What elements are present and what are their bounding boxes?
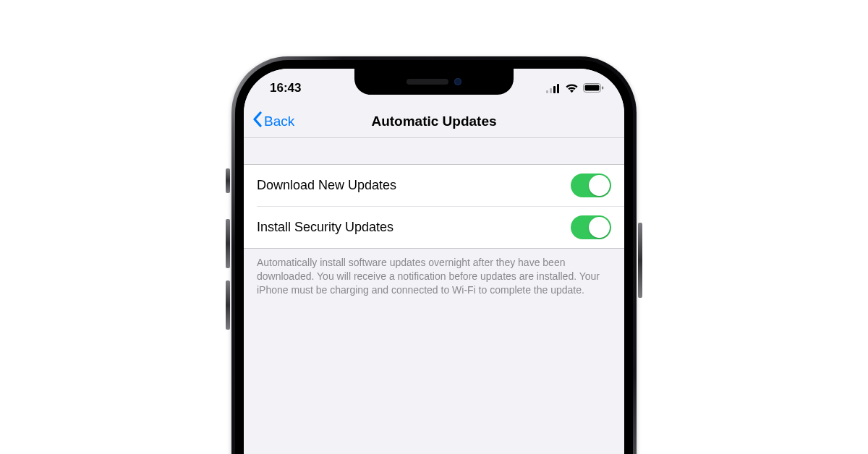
battery-icon [583,83,604,93]
row-download-new-updates[interactable]: Download New Updates [244,165,624,206]
svg-rect-5 [585,85,600,91]
volume-up-button [226,219,230,268]
row-label: Download New Updates [257,178,396,193]
phone-screen: 16:43 [244,69,624,454]
nav-bar: Back Automatic Updates [244,105,624,138]
section-spacer [244,138,624,164]
phone-frame: 16:43 [231,56,637,454]
svg-rect-6 [602,87,603,90]
svg-rect-2 [553,86,556,93]
back-label: Back [264,113,294,129]
section-footer-text: Automatically install software updates o… [244,249,624,297]
mute-switch [226,168,230,193]
power-button [638,223,642,298]
cellular-signal-icon [546,84,561,93]
status-indicators [546,80,604,93]
status-time: 16:43 [270,78,301,95]
chevron-left-icon [252,111,263,131]
toggle-download-new-updates[interactable] [571,174,611,197]
front-camera [454,78,461,85]
volume-down-button [226,280,230,330]
toggle-install-security-updates[interactable] [571,215,611,239]
row-install-security-updates[interactable]: Install Security Updates [257,206,624,248]
speaker-grille [407,79,448,85]
page-title: Automatic Updates [244,113,624,129]
svg-rect-1 [550,88,552,93]
back-button[interactable]: Back [252,111,294,131]
wifi-icon [565,83,579,93]
svg-rect-0 [546,90,548,93]
phone-notch [354,69,514,95]
svg-rect-3 [557,84,559,93]
row-label: Install Security Updates [257,220,393,235]
settings-list: Download New Updates Install Security Up… [244,164,624,249]
